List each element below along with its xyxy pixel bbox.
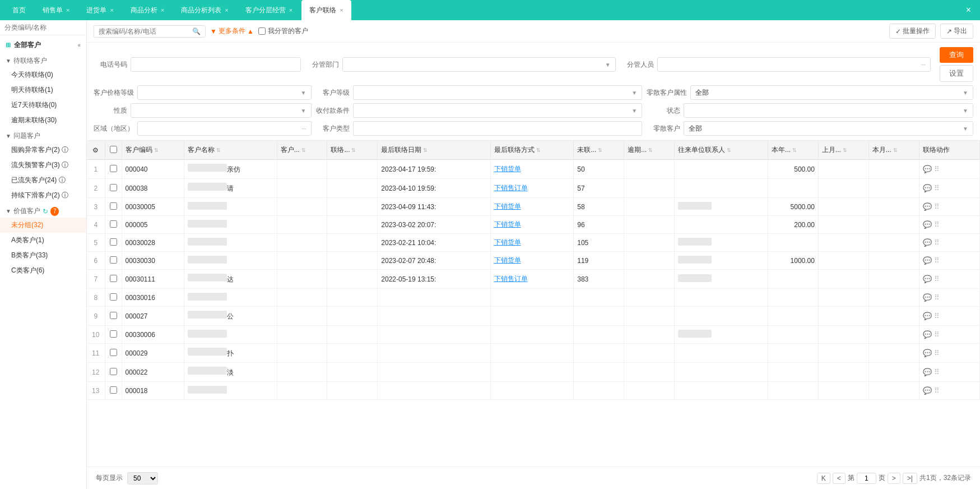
row-checkbox[interactable] bbox=[110, 165, 117, 172]
cell-checkbox[interactable] bbox=[105, 234, 122, 252]
page-number-input[interactable] bbox=[857, 473, 876, 484]
sidebar-item-overdue[interactable]: 逾期未联络(30) bbox=[0, 113, 86, 128]
row-checkbox[interactable] bbox=[110, 184, 117, 191]
more-action-icon[interactable]: ⠿ bbox=[934, 202, 940, 211]
my-customers-checkbox[interactable]: 我分管的客户 bbox=[258, 26, 308, 36]
customer-type-select[interactable] bbox=[353, 121, 643, 136]
row-checkbox[interactable] bbox=[110, 238, 117, 246]
more-action-icon[interactable]: ⠿ bbox=[934, 165, 940, 173]
more-action-icon[interactable]: ⠿ bbox=[934, 386, 940, 395]
my-customers-check[interactable] bbox=[258, 27, 266, 35]
comment-icon[interactable]: 💬 bbox=[923, 165, 932, 173]
sort-last-date[interactable]: ⇅ bbox=[423, 147, 428, 153]
last-page-btn[interactable]: >| bbox=[903, 473, 917, 484]
sidebar-item-7days[interactable]: 近7天待联络(0) bbox=[0, 98, 86, 113]
sort-contact[interactable]: ⇅ bbox=[351, 147, 356, 153]
row-checkbox[interactable] bbox=[110, 275, 117, 282]
row-checkbox[interactable] bbox=[110, 220, 117, 228]
sort-counterpart[interactable]: ⇅ bbox=[727, 147, 731, 153]
select-all-checkbox[interactable] bbox=[110, 146, 117, 153]
collapse-icon[interactable]: « bbox=[77, 42, 81, 48]
dept-select[interactable]: ▼ bbox=[342, 57, 616, 72]
cell-checkbox[interactable] bbox=[105, 382, 122, 400]
comment-icon[interactable]: 💬 bbox=[923, 293, 932, 302]
prev-page-btn[interactable]: < bbox=[833, 473, 846, 484]
sidebar-item-ungrouped[interactable]: 未分组(32) bbox=[0, 218, 86, 233]
status-select[interactable]: ▼ bbox=[684, 103, 973, 118]
more-action-icon[interactable]: ⠿ bbox=[934, 349, 940, 357]
tab-purchase[interactable]: 进货单 × bbox=[78, 0, 121, 20]
cell-checkbox[interactable] bbox=[105, 198, 122, 216]
sidebar-item-declining[interactable]: 持续下滑客户(2) ⓘ bbox=[0, 188, 86, 203]
row-checkbox[interactable] bbox=[110, 349, 117, 356]
sort-code[interactable]: ⇅ bbox=[154, 147, 159, 153]
refresh-icon[interactable]: ↻ bbox=[43, 207, 48, 215]
cell-checkbox[interactable] bbox=[105, 307, 122, 326]
method-link[interactable]: 下销售订单 bbox=[494, 275, 528, 283]
comment-icon[interactable]: 💬 bbox=[923, 312, 932, 320]
payment-select[interactable]: ▼ bbox=[353, 103, 643, 118]
sort-overdue[interactable]: ⇅ bbox=[648, 147, 653, 153]
close-customer-mgmt-tab[interactable]: × bbox=[289, 7, 292, 13]
sidebar-item-loss-warning[interactable]: 流失预警客户(3) ⓘ bbox=[0, 158, 86, 173]
tab-product-analysis[interactable]: 商品分析 × bbox=[123, 0, 172, 20]
more-action-icon[interactable]: ⠿ bbox=[934, 184, 940, 192]
sidebar-section-value[interactable]: ▼ 价值客户 ↻ 7 bbox=[0, 203, 86, 218]
comment-icon[interactable]: 💬 bbox=[923, 330, 932, 339]
query-btn[interactable]: 查询 bbox=[940, 47, 973, 63]
more-action-icon[interactable]: ⠿ bbox=[934, 312, 940, 320]
tab-customer-mgmt[interactable]: 客户分层经营 × bbox=[238, 0, 300, 20]
method-link[interactable]: 下销货单 bbox=[494, 238, 521, 246]
method-link[interactable]: 下销售订单 bbox=[494, 184, 528, 192]
price-level-select[interactable]: ▼ bbox=[137, 85, 312, 100]
cell-checkbox[interactable] bbox=[105, 363, 122, 382]
more-conditions-btn[interactable]: ▼ 更多条件 ▲ bbox=[210, 26, 254, 36]
search-input[interactable] bbox=[99, 27, 190, 35]
sidebar-all-customers[interactable]: ⊞ 全部客户 « bbox=[0, 38, 86, 53]
more-action-icon[interactable]: ⠿ bbox=[934, 256, 940, 265]
more-action-icon[interactable]: ⠿ bbox=[934, 220, 940, 229]
sidebar-search-input[interactable] bbox=[4, 24, 87, 31]
sort-this-year[interactable]: ⇅ bbox=[792, 147, 797, 153]
window-close[interactable]: × bbox=[962, 5, 976, 15]
method-link[interactable]: 下销货单 bbox=[494, 220, 521, 228]
retail-customer-select[interactable]: 全部 ▼ bbox=[684, 121, 973, 136]
comment-icon[interactable]: 💬 bbox=[923, 349, 932, 357]
row-checkbox[interactable] bbox=[110, 312, 117, 319]
tab-sales[interactable]: 销售单 × bbox=[35, 0, 77, 20]
comment-icon[interactable]: 💬 bbox=[923, 184, 932, 192]
page-size-select[interactable]: 50 100 200 bbox=[127, 472, 158, 485]
cell-checkbox[interactable] bbox=[105, 179, 122, 198]
sort-last-month[interactable]: ⇅ bbox=[843, 147, 847, 153]
th-checkbox[interactable] bbox=[105, 141, 122, 160]
comment-icon[interactable]: 💬 bbox=[923, 202, 932, 211]
sidebar-item-lost[interactable]: 已流失客户(24) ⓘ bbox=[0, 173, 86, 188]
search-icon[interactable]: 🔍 bbox=[192, 27, 201, 35]
th-settings[interactable]: ⚙ bbox=[87, 141, 105, 160]
close-customer-contact-tab[interactable]: × bbox=[340, 7, 343, 13]
first-page-btn[interactable]: K bbox=[817, 473, 830, 484]
reset-btn[interactable]: 设置 bbox=[940, 65, 973, 82]
sort-last-method[interactable]: ⇅ bbox=[536, 147, 541, 153]
cell-checkbox[interactable] bbox=[105, 216, 122, 234]
sidebar-section-pending[interactable]: ▼ 待联络客户 bbox=[0, 53, 86, 67]
region-select[interactable]: ··· bbox=[137, 121, 312, 136]
sort-type[interactable]: ⇅ bbox=[301, 147, 306, 153]
close-product-analysis-tab[interactable]: × bbox=[161, 7, 164, 13]
method-link[interactable]: 下销货单 bbox=[494, 202, 521, 210]
cell-checkbox[interactable] bbox=[105, 326, 122, 344]
person-select[interactable]: ··· bbox=[657, 57, 931, 72]
more-action-icon[interactable]: ⠿ bbox=[934, 275, 940, 283]
comment-icon[interactable]: 💬 bbox=[923, 386, 932, 395]
sort-name[interactable]: ⇅ bbox=[216, 147, 221, 153]
batch-ops-btn[interactable]: ✓ 批量操作 bbox=[889, 24, 936, 39]
sidebar-item-class-b[interactable]: B类客户(33) bbox=[0, 248, 86, 263]
export-btn[interactable]: ↗ 导出 bbox=[940, 24, 973, 39]
comment-icon[interactable]: 💬 bbox=[923, 368, 932, 376]
tab-home[interactable]: 首页 bbox=[4, 0, 34, 20]
more-action-icon[interactable]: ⠿ bbox=[934, 293, 940, 302]
cell-checkbox[interactable] bbox=[105, 344, 122, 363]
sidebar-item-today[interactable]: 今天待联络(0) bbox=[0, 67, 86, 82]
cell-checkbox[interactable] bbox=[105, 160, 122, 179]
sort-no-contact[interactable]: ⇅ bbox=[598, 147, 602, 153]
